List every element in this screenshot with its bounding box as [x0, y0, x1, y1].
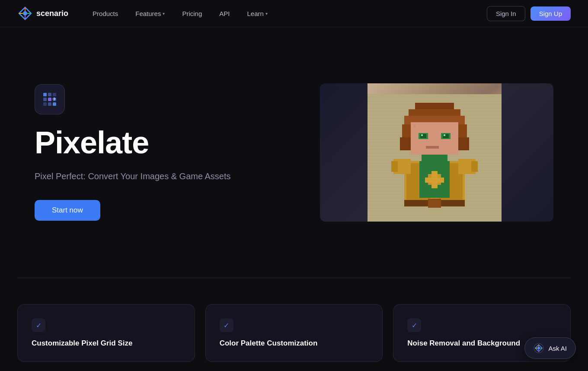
nav-features[interactable]: Features ▾	[128, 6, 172, 21]
logo-text: scenario	[36, 9, 68, 18]
hero-subtitle: Pixel Perfect: Convert Your Images & Gam…	[35, 170, 231, 183]
features-section: ✓ Customizable Pixel Grid Size ✓ Color P…	[0, 278, 588, 371]
logo[interactable]: scenario	[17, 6, 68, 21]
feature-check-icon-2: ✓	[220, 318, 233, 332]
svg-rect-14	[48, 102, 51, 106]
features-chevron-icon: ▾	[163, 11, 165, 16]
ask-ai-button[interactable]: Ask AI	[524, 337, 576, 359]
nav-api[interactable]: API	[212, 6, 236, 21]
pixelate-icon	[42, 91, 58, 108]
hero-content: Pixelate Pixel Perfect: Convert Your Ima…	[35, 84, 231, 221]
svg-point-2	[23, 11, 27, 16]
logo-icon	[17, 6, 33, 21]
nav-pricing[interactable]: Pricing	[175, 6, 209, 21]
nav-learn[interactable]: Learn ▾	[240, 6, 275, 21]
learn-chevron-icon: ▾	[265, 11, 268, 16]
signup-button[interactable]: Sign Up	[530, 6, 571, 21]
nav-products[interactable]: Products	[86, 6, 125, 21]
feature-check-icon-1: ✓	[32, 318, 45, 332]
svg-rect-8	[48, 93, 51, 96]
signin-button[interactable]: Sign In	[487, 6, 525, 21]
hero-title: Pixelate	[35, 127, 231, 159]
product-icon	[35, 84, 65, 114]
ask-ai-icon	[534, 343, 544, 353]
svg-point-52	[537, 347, 540, 349]
start-now-button[interactable]: Start now	[35, 200, 100, 221]
feature-check-icon-3: ✓	[407, 318, 421, 332]
svg-rect-15	[53, 102, 56, 106]
navbar-right: Sign In Sign Up	[487, 6, 571, 21]
svg-rect-11	[48, 98, 51, 101]
hero-image	[320, 83, 553, 222]
pixel-character-art	[368, 94, 502, 222]
svg-rect-7	[43, 93, 47, 96]
navbar-left: scenario Products Features ▾ Pricing API…	[17, 6, 275, 21]
ask-ai-label: Ask AI	[548, 345, 567, 352]
hero-section: Pixelate Pixel Perfect: Convert Your Ima…	[0, 27, 588, 278]
feature-title-1: Customizable Pixel Grid Size	[32, 339, 181, 348]
svg-rect-9	[53, 93, 56, 96]
navbar: scenario Products Features ▾ Pricing API…	[0, 0, 588, 27]
feature-card-1: ✓ Customizable Pixel Grid Size	[17, 304, 195, 362]
feature-title-2: Color Palette Customization	[220, 339, 369, 348]
feature-card-2: ✓ Color Palette Customization	[205, 304, 383, 362]
hero-image-right-panel	[502, 83, 553, 222]
hero-image-center-panel	[368, 83, 502, 222]
svg-rect-13	[43, 102, 47, 106]
nav-links: Products Features ▾ Pricing API Learn ▾	[86, 6, 275, 21]
features-grid: ✓ Customizable Pixel Grid Size ✓ Color P…	[17, 304, 571, 362]
svg-rect-10	[43, 98, 47, 101]
hero-image-left-panel	[320, 83, 368, 222]
svg-rect-48	[368, 94, 502, 222]
